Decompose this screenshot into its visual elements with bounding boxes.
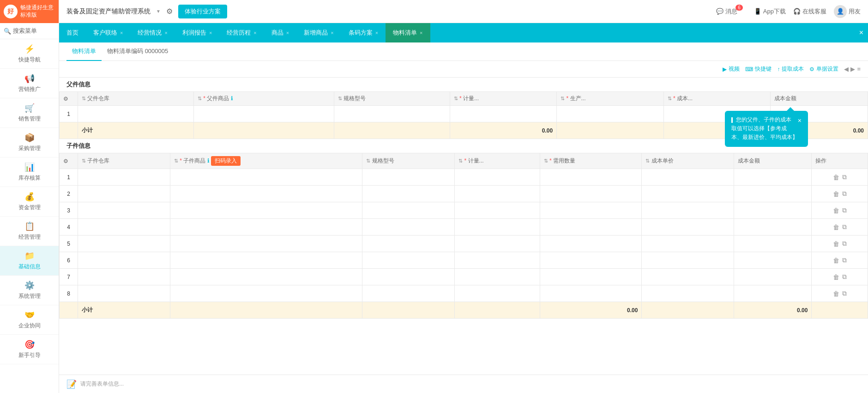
child-cell-unit[interactable]: [455, 202, 540, 219]
message-action[interactable]: 💬 消息 6: [716, 7, 747, 16]
child-cell-unit[interactable]: [455, 269, 540, 285]
child-cell-product[interactable]: [170, 236, 362, 252]
copy-icon[interactable]: ⧉: [842, 223, 847, 231]
child-cell-product[interactable]: [170, 269, 362, 285]
child-cell-product[interactable]: [170, 285, 362, 302]
delete-icon[interactable]: 🗑: [833, 224, 839, 231]
sidebar-item-marketing[interactable]: 📢 营销推广: [0, 69, 59, 98]
tab-customer[interactable]: 客户联络 ×: [86, 23, 130, 42]
tab-bom[interactable]: 物料清单 ×: [386, 23, 430, 42]
delete-icon[interactable]: 🗑: [833, 207, 839, 214]
child-cell-product[interactable]: [170, 252, 362, 269]
system-dropdown-icon[interactable]: ▼: [156, 9, 161, 14]
copy-icon[interactable]: ⧉: [842, 190, 847, 198]
app-download-action[interactable]: 📱 App下载: [754, 7, 786, 16]
child-info-icon[interactable]: ℹ: [207, 157, 210, 164]
single-settings-btn[interactable]: ⚙ 单据设置: [809, 65, 838, 73]
settings-button[interactable]: ⚙: [166, 7, 173, 16]
child-cell-unit[interactable]: [455, 219, 540, 236]
tab-goods-close[interactable]: ×: [286, 30, 289, 36]
child-cell-warehouse[interactable]: [78, 252, 170, 269]
delete-icon[interactable]: 🗑: [833, 273, 839, 281]
child-cell-warehouse[interactable]: [78, 219, 170, 236]
tab-customer-close[interactable]: ×: [120, 30, 123, 36]
child-cell-spec[interactable]: [362, 186, 455, 202]
child-cell-warehouse[interactable]: [78, 236, 170, 252]
child-cell-spec[interactable]: [362, 252, 455, 269]
child-cell-warehouse[interactable]: [78, 186, 170, 202]
sidebar-item-purchase[interactable]: 📦 采购管理: [0, 128, 59, 157]
sidebar-item-operations[interactable]: 📋 经营管理: [0, 217, 59, 246]
trial-button[interactable]: 体验行业方案: [178, 5, 227, 18]
child-cell-unit[interactable]: [455, 285, 540, 302]
delete-icon[interactable]: 🗑: [833, 174, 839, 181]
child-cell-spec[interactable]: [362, 219, 455, 236]
child-cell-qty[interactable]: [540, 285, 642, 302]
child-cell-spec[interactable]: [362, 236, 455, 252]
nav-close-all[interactable]: ×: [855, 29, 868, 37]
sub-tab-list[interactable]: 物料清单: [66, 42, 102, 61]
child-cell-warehouse[interactable]: [78, 169, 170, 186]
child-cell-warehouse[interactable]: [78, 202, 170, 219]
tab-profit[interactable]: 利润报告 ×: [175, 23, 219, 42]
child-cell-qty[interactable]: [540, 186, 642, 202]
expand-btn[interactable]: ≡: [857, 66, 861, 73]
child-cell-unit[interactable]: [455, 236, 540, 252]
sidebar-item-system[interactable]: ⚙️ 系统管理: [0, 276, 59, 305]
delete-icon[interactable]: 🗑: [833, 240, 839, 248]
copy-icon[interactable]: ⧉: [842, 273, 847, 281]
child-col-settings[interactable]: ⚙: [60, 153, 78, 169]
extract-cost-btn[interactable]: ↑ 提取成本: [777, 65, 804, 73]
parent-cell-production[interactable]: [557, 106, 664, 122]
child-cell-unit[interactable]: [455, 169, 540, 186]
copy-icon[interactable]: ⧉: [842, 256, 847, 264]
child-cell-qty[interactable]: [540, 252, 642, 269]
tab-goods[interactable]: 商品 ×: [264, 23, 296, 42]
sort-icon[interactable]: ⇅: [82, 96, 86, 101]
sidebar-item-quick-nav[interactable]: ⚡ 快捷导航: [0, 39, 59, 69]
sidebar-item-guide[interactable]: 🎯 新手引导: [0, 335, 59, 364]
shortcut-btn[interactable]: ⌨ 快捷键: [745, 65, 772, 73]
tab-ops-status-close[interactable]: ×: [164, 30, 167, 36]
parent-cell-product[interactable]: [193, 106, 334, 122]
parent-cell-warehouse[interactable]: [78, 106, 194, 122]
sidebar-item-enterprise[interactable]: 🤝 企业协同: [0, 305, 59, 335]
sidebar-item-sales[interactable]: 🛒 销售管理: [0, 98, 59, 128]
tab-new-goods[interactable]: 新增商品 ×: [296, 23, 341, 42]
parent-cell-spec[interactable]: [334, 106, 450, 122]
child-cell-spec[interactable]: [362, 169, 455, 186]
user-action[interactable]: 👤 用友: [834, 5, 861, 18]
next-page-btn[interactable]: ▶: [850, 66, 855, 73]
child-cell-unit[interactable]: [455, 252, 540, 269]
child-cell-qty[interactable]: [540, 236, 642, 252]
copy-icon[interactable]: ⧉: [842, 240, 847, 248]
delete-icon[interactable]: 🗑: [833, 190, 839, 198]
info-icon[interactable]: ℹ: [231, 95, 233, 102]
tab-barcode[interactable]: 条码方案 ×: [341, 23, 386, 42]
sidebar-item-basic-info[interactable]: 📁 基础信息: [0, 246, 59, 276]
tab-ops-status[interactable]: 经营情况 ×: [130, 23, 175, 42]
child-cell-warehouse[interactable]: [78, 285, 170, 302]
sidebar-item-finance[interactable]: 💰 资金管理: [0, 187, 59, 217]
tab-ops-history-close[interactable]: ×: [253, 30, 256, 36]
tab-profit-close[interactable]: ×: [209, 30, 212, 36]
child-cell-product[interactable]: [170, 219, 362, 236]
tab-new-goods-close[interactable]: ×: [331, 30, 333, 36]
online-service-action[interactable]: 🎧 在线客服: [793, 7, 826, 16]
child-cell-product[interactable]: [170, 169, 362, 186]
delete-icon[interactable]: 🗑: [833, 290, 839, 297]
parent-cell-unit[interactable]: [450, 106, 557, 122]
sidebar-item-inventory[interactable]: 📊 库存核算: [0, 157, 59, 187]
child-cell-warehouse[interactable]: [78, 269, 170, 285]
search-menu[interactable]: 🔍 搜索菜单: [0, 23, 59, 39]
child-cell-spec[interactable]: [362, 202, 455, 219]
tab-bom-close[interactable]: ×: [420, 30, 422, 36]
child-cell-product[interactable]: [170, 202, 362, 219]
scan-input-btn[interactable]: 扫码录入: [211, 156, 241, 166]
sub-tab-code[interactable]: 物料清单编码 0000005: [102, 42, 174, 61]
copy-icon[interactable]: ⧉: [842, 206, 847, 214]
prev-page-btn[interactable]: ◀: [844, 66, 849, 73]
delete-icon[interactable]: 🗑: [833, 257, 839, 264]
child-cell-qty[interactable]: [540, 269, 642, 285]
child-cell-product[interactable]: [170, 186, 362, 202]
